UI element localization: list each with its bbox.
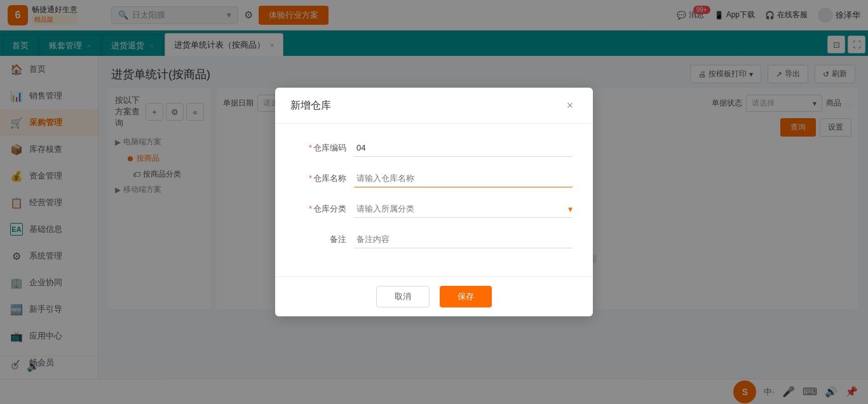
remark-label: 备注: [295, 234, 346, 245]
dialog-title: 新增仓库: [290, 99, 331, 112]
cancel-button[interactable]: 取消: [376, 286, 430, 307]
remark-field-row: 备注: [295, 231, 573, 248]
new-warehouse-dialog: 新增仓库 × 仓库编码 仓库名称 仓库分类 ▾: [275, 88, 593, 316]
code-label: 仓库编码: [295, 142, 346, 154]
dialog-header: 新增仓库 ×: [275, 88, 593, 124]
modal-overlay[interactable]: 新增仓库 × 仓库编码 仓库名称 仓库分类 ▾: [0, 0, 868, 404]
save-button[interactable]: 保存: [440, 286, 492, 307]
remark-input[interactable]: [354, 231, 573, 248]
dialog-close-btn[interactable]: ×: [562, 98, 578, 113]
dialog-body: 仓库编码 仓库名称 仓库分类 ▾ 备注: [275, 124, 593, 276]
category-dropdown-icon: ▾: [568, 204, 573, 214]
category-input[interactable]: [354, 200, 573, 218]
name-label: 仓库名称: [295, 173, 346, 184]
code-input[interactable]: [354, 139, 573, 157]
code-field-row: 仓库编码: [295, 139, 573, 157]
dialog-footer: 取消 保存: [275, 276, 593, 316]
name-field-row: 仓库名称: [295, 170, 573, 187]
category-field-row: 仓库分类 ▾: [295, 200, 573, 218]
category-label: 仓库分类: [295, 203, 346, 215]
name-input[interactable]: [354, 170, 573, 187]
